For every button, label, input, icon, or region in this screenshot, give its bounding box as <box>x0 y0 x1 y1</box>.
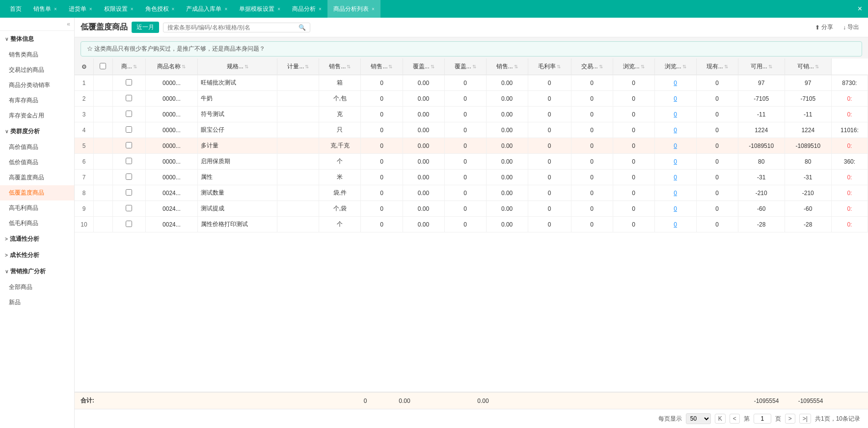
sidebar-section-cluster[interactable]: ∨ 类群度分析 <box>0 123 74 140</box>
settings-column-header[interactable]: ⚙ <box>75 58 94 75</box>
table-cell[interactable] <box>112 154 145 170</box>
tab-role-auth[interactable]: 角色授权 × <box>139 0 181 18</box>
first-page-button[interactable]: K <box>715 414 726 424</box>
table-cell[interactable]: 0 <box>654 201 696 217</box>
sidebar-item-low-value[interactable]: 低价值商品 <box>0 155 74 170</box>
export-button[interactable]: ↓ 导出 <box>840 22 862 33</box>
tab-template-settings[interactable]: 单据模板设置 × <box>233 0 286 18</box>
table-cell[interactable] <box>112 75 145 91</box>
table-cell: 0000... <box>145 138 197 154</box>
close-icon[interactable]: × <box>372 6 375 12</box>
last-page-button[interactable]: >| <box>799 414 811 424</box>
page-number-input[interactable] <box>754 414 771 424</box>
tab-permission-settings[interactable]: 权限设置 × <box>98 0 139 18</box>
table-cell[interactable] <box>112 91 145 107</box>
per-page-select[interactable]: 20 50 100 <box>686 413 711 424</box>
tab-sales-order[interactable]: 销售单 × <box>27 0 63 18</box>
row-checkbox[interactable] <box>126 79 132 86</box>
table-cell[interactable]: 0 <box>654 75 696 91</box>
table-cell[interactable] <box>112 107 145 122</box>
close-icon[interactable]: × <box>224 6 227 12</box>
close-all-tabs-button[interactable]: × <box>856 2 864 15</box>
close-icon[interactable]: × <box>131 6 134 12</box>
table-cell: 0 <box>528 201 571 217</box>
sku-code-column-header: 商...⇅ <box>112 58 145 75</box>
row-checkbox[interactable] <box>126 158 132 164</box>
filter-period-button[interactable]: 近一月 <box>132 22 159 33</box>
search-input[interactable] <box>167 24 298 31</box>
table-cell[interactable]: 0 <box>654 170 696 185</box>
table-cell: 0 <box>528 154 571 170</box>
table-cell[interactable]: 0 <box>654 138 696 154</box>
sidebar-item-low-coverage[interactable]: 低覆盖度商品 <box>0 185 74 200</box>
row-number: 10 <box>75 217 94 232</box>
row-checkbox[interactable] <box>126 205 132 211</box>
table-cell: -7105 <box>785 91 831 107</box>
close-icon[interactable]: × <box>172 6 175 12</box>
row-checkbox[interactable] <box>126 189 132 196</box>
prev-page-button[interactable]: < <box>730 414 740 424</box>
sidebar-item-high-margin[interactable]: 高毛利商品 <box>0 200 74 216</box>
table-cell: 测试提成 <box>197 201 277 217</box>
pagination: 每页显示 20 50 100 K < 第 页 > >| 共1页，10条记录 <box>75 409 868 428</box>
sidebar-section-liquidity[interactable]: > 流通性分析 <box>0 231 74 247</box>
close-icon[interactable]: × <box>319 6 322 12</box>
table-cell: 0000... <box>145 75 197 91</box>
row-checkbox[interactable] <box>126 221 132 227</box>
sidebar-section-marketing[interactable]: ∨ 营销推广分析 <box>0 263 74 280</box>
table-cell: 0 <box>696 122 738 138</box>
row-checkbox[interactable] <box>126 142 132 148</box>
sidebar-section-overview[interactable]: ∨ 整体信息 <box>0 31 74 47</box>
select-all-checkbox[interactable] <box>100 63 106 69</box>
checkbox-column-header[interactable] <box>94 58 113 75</box>
table-cell[interactable] <box>112 185 145 201</box>
table-cell[interactable] <box>112 217 145 232</box>
table-cell[interactable]: 0 <box>654 107 696 122</box>
row-checkbox[interactable] <box>126 126 132 133</box>
tab-product-analysis[interactable]: 商品分析 × <box>286 0 327 18</box>
table-cell[interactable] <box>112 122 145 138</box>
row-checkbox[interactable] <box>126 111 132 117</box>
top-navigation: 首页 销售单 × 进货单 × 权限设置 × 角色授权 × 产成品入库单 × 单据… <box>0 0 868 18</box>
close-icon[interactable]: × <box>54 6 57 12</box>
sidebar-item-new-goods[interactable]: 新品 <box>0 295 74 310</box>
close-icon[interactable]: × <box>277 6 280 12</box>
sidebar-item-low-margin[interactable]: 低毛利商品 <box>0 216 74 231</box>
table-cell[interactable]: 0 <box>654 154 696 170</box>
sidebar-item-high-value[interactable]: 高价值商品 <box>0 140 74 155</box>
search-icon[interactable]: 🔍 <box>298 24 306 31</box>
trade-column-header: 交易...⇅ <box>571 58 613 75</box>
sidebar-item-all-goods[interactable]: 全部商品 <box>0 280 74 295</box>
sidebar-item-traded-goods[interactable]: 交易过的商品 <box>0 62 74 78</box>
sidebar-item-capital[interactable]: 库存资金占用 <box>0 108 74 123</box>
info-banner: ☆ 这类商品只有很少客户购买过，是推广不够，还是商品本身问题？ <box>81 41 862 57</box>
tab-home[interactable]: 首页 <box>4 0 27 18</box>
sidebar-item-in-stock[interactable]: 有库存商品 <box>0 93 74 108</box>
share-button[interactable]: ⬆ 分享 <box>812 22 836 33</box>
sidebar-collapse-button[interactable]: « <box>0 18 74 31</box>
sidebar-item-sales-goods[interactable]: 销售类商品 <box>0 47 74 62</box>
sidebar-item-high-coverage[interactable]: 高覆盖度商品 <box>0 170 74 185</box>
sidebar-item-category-rate[interactable]: 商品分类动销率 <box>0 78 74 93</box>
table-cell[interactable]: 0 <box>654 185 696 201</box>
table-cell[interactable] <box>112 170 145 185</box>
table-cell[interactable] <box>112 138 145 154</box>
totals-row: 合计: 0 0.00 0.00 -1095554 -1095554 <box>75 392 868 409</box>
next-page-button[interactable]: > <box>785 414 795 424</box>
table-cell: 0 <box>571 185 613 201</box>
close-icon[interactable]: × <box>89 6 92 12</box>
table-cell[interactable] <box>112 201 145 217</box>
table-cell[interactable]: 0 <box>654 91 696 107</box>
table-cell: 测试数量 <box>197 185 277 201</box>
table-cell: 0 <box>444 107 486 122</box>
table-cell: 0 <box>696 75 738 91</box>
row-checkbox[interactable] <box>126 95 132 101</box>
row-checkbox[interactable] <box>126 173 132 180</box>
sidebar-section-growth[interactable]: > 成长性分析 <box>0 247 74 263</box>
table-cell[interactable]: 0 <box>654 217 696 232</box>
table-cell: 0 <box>444 217 486 232</box>
table-cell[interactable]: 0 <box>654 122 696 138</box>
tab-purchase-order[interactable]: 进货单 × <box>63 0 98 18</box>
tab-product-analysis-list[interactable]: 商品分析列表 × <box>327 0 380 18</box>
tab-finished-goods[interactable]: 产成品入库单 × <box>180 0 233 18</box>
